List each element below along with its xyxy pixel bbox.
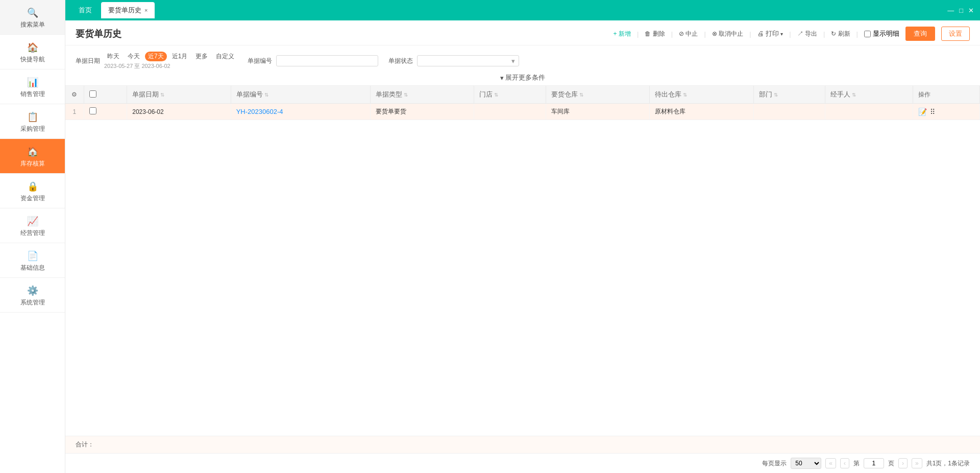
date-btn-1month[interactable]: 近1月 — [169, 52, 191, 61]
sum-label: 合计： — [76, 440, 94, 449]
th-pending-warehouse[interactable]: 待出仓库 ⇅ — [650, 86, 753, 104]
sort-icon-req-warehouse: ⇅ — [579, 92, 583, 98]
date-range-text: 2023-05-27 至 2023-06-02 — [104, 62, 237, 70]
refresh-button[interactable]: ↻ 刷新 — [831, 30, 850, 38]
per-page-select[interactable]: 50 10 20 100 — [791, 458, 821, 469]
last-page-btn[interactable]: » — [912, 458, 922, 468]
delete-button[interactable]: 🗑 删除 — [645, 30, 665, 38]
stop-button[interactable]: ⊘ 中止 — [679, 30, 698, 38]
content-area: 要货单历史 + 新增 | 🗑 删除 | ⊘ 中止 | ⊗ 取消中止 | 🖨 打印… — [65, 20, 980, 473]
doc-status-filter-group: 单据状态 ▾ — [388, 55, 519, 66]
table-body: 1 2023-06-02 YH-20230602-4 要货单要货 车间库 原材料… — [65, 104, 980, 120]
settings-button[interactable]: 设置 — [941, 27, 970, 41]
cell-index: 1 — [65, 104, 84, 120]
basic-icon: 📄 — [27, 250, 38, 262]
th-operations: 操作 — [913, 86, 980, 104]
date-btn-custom[interactable]: 自定义 — [213, 52, 237, 61]
doc-no-input[interactable] — [276, 55, 378, 66]
date-btn-yesterday[interactable]: 昨天 — [104, 52, 122, 61]
sidebar-item-system[interactable]: ⚙️ 系统管理 — [0, 278, 65, 313]
doc-status-select-wrapper: ▾ — [417, 55, 519, 66]
page-input[interactable] — [864, 458, 884, 468]
th-store[interactable]: 门店 ⇅ — [474, 86, 546, 104]
home-icon: 🏠 — [27, 42, 38, 53]
cell-doc-type: 要货单要货 — [370, 104, 474, 120]
header-actions: + 新增 | 🗑 删除 | ⊘ 中止 | ⊗ 取消中止 | 🖨 打印 ▾ | ↗… — [614, 27, 970, 41]
date-btn-more[interactable]: 更多 — [192, 52, 211, 61]
cell-dept — [753, 104, 825, 120]
cell-store — [474, 104, 546, 120]
sidebar-item-purchase[interactable]: 📋 采购管理 — [0, 104, 65, 139]
date-shortcuts: 昨天 今天 近7天 近1月 更多 自定义 2023-05-27 至 2023-0… — [104, 52, 237, 70]
show-detail-checkbox[interactable]: 显示明细 — [864, 29, 899, 38]
th-gear[interactable]: ⚙ — [65, 86, 84, 104]
new-button[interactable]: + 新增 — [614, 30, 631, 38]
expand-icon: ▾ — [500, 74, 504, 82]
print-button[interactable]: 🖨 打印 ▾ — [757, 29, 783, 38]
sort-icon-handler: ⇅ — [852, 92, 856, 98]
sidebar-item-inventory[interactable]: 🏠 库存核算 — [0, 139, 65, 174]
sidebar-item-sales[interactable]: 📊 销售管理 — [0, 69, 65, 104]
th-checkbox — [84, 86, 127, 104]
sidebar-item-finance[interactable]: 🔒 资金管理 — [0, 174, 65, 208]
tab-close-icon[interactable]: × — [144, 7, 148, 13]
th-handler[interactable]: 经手人 ⇅ — [825, 86, 913, 104]
sidebar-item-label: 快捷导航 — [20, 55, 45, 64]
search-menu-icon: 🔍 — [27, 7, 38, 18]
sort-icon-pending-warehouse: ⇅ — [683, 92, 687, 98]
sidebar-item-basic[interactable]: 📄 基础信息 — [0, 243, 65, 278]
date-filter-label: 单据日期 — [76, 57, 100, 65]
topbar-right: — □ ✕ — [947, 7, 974, 14]
doc-status-select[interactable] — [417, 55, 519, 66]
cancel-stop-button[interactable]: ⊗ 取消中止 — [712, 30, 743, 38]
export-button[interactable]: ↗ 导出 — [797, 30, 817, 38]
sidebar-item-operation[interactable]: 📈 经营管理 — [0, 208, 65, 243]
sidebar-item-quicknav[interactable]: 🏠 快捷导航 — [0, 35, 65, 69]
first-page-btn[interactable]: « — [825, 458, 836, 468]
cell-doc-no: YH-20230602-4 — [231, 104, 370, 120]
sidebar: 🔍 搜索菜单 🏠 快捷导航 📊 销售管理 📋 采购管理 🏠 库存核算 🔒 资金管… — [0, 0, 65, 473]
expand-more-button[interactable]: ▾ 展开更多条件 — [76, 73, 970, 82]
total-info: 共1页，1条记录 — [926, 459, 970, 468]
query-button[interactable]: 查询 — [905, 27, 935, 41]
sidebar-item-label: 系统管理 — [20, 298, 45, 307]
th-doc-type[interactable]: 单据类型 ⇅ — [370, 86, 474, 104]
filter-area: 单据日期 昨天 今天 近7天 近1月 更多 自定义 2023-05-27 至 2… — [65, 45, 980, 86]
sidebar-item-search[interactable]: 🔍 搜索菜单 — [0, 0, 65, 35]
doc-no-filter-group: 单据编号 — [248, 55, 378, 66]
purchase-icon: 📋 — [27, 111, 38, 123]
window-max-btn[interactable]: □ — [959, 7, 963, 14]
th-req-warehouse[interactable]: 要货仓库 ⇅ — [546, 86, 649, 104]
main-area: 首页 要货单历史 × — □ ✕ 要货单历史 + 新增 | 🗑 删除 | ⊘ 中… — [65, 0, 980, 473]
th-date[interactable]: 单据日期 ⇅ — [127, 86, 231, 104]
th-doc-no[interactable]: 单据编号 ⇅ — [231, 86, 370, 104]
inventory-icon: 🏠 — [27, 146, 38, 157]
tab-home[interactable]: 首页 — [71, 2, 99, 18]
row-checkbox[interactable] — [89, 107, 96, 114]
doc-no-label: 单据编号 — [248, 57, 272, 65]
tab-active[interactable]: 要货单历史 × — [101, 2, 155, 18]
page-header: 要货单历史 + 新增 | 🗑 删除 | ⊘ 中止 | ⊗ 取消中止 | 🖨 打印… — [65, 20, 980, 45]
prev-page-btn[interactable]: ‹ — [840, 458, 849, 468]
show-detail-input[interactable] — [864, 31, 871, 37]
print-dropdown-icon[interactable]: ▾ — [780, 31, 783, 37]
cell-pending-warehouse: 原材料仓库 — [650, 104, 753, 120]
date-btn-7days[interactable]: 近7天 — [145, 52, 167, 61]
sort-icon-date: ⇅ — [160, 92, 164, 98]
sort-icon-docno: ⇅ — [264, 92, 268, 98]
window-close-btn[interactable]: ✕ — [968, 7, 974, 14]
date-btn-today[interactable]: 今天 — [125, 52, 143, 61]
table-footer: 合计： — [65, 436, 980, 453]
data-table: ⚙ 单据日期 ⇅ 单据编号 ⇅ 单据类型 ⇅ 门店 ⇅ 要货仓库 ⇅ 待出仓库 … — [65, 86, 980, 120]
doc-no-link[interactable]: YH-20230602-4 — [236, 108, 283, 115]
next-page-btn[interactable]: › — [898, 458, 908, 468]
tab-active-label: 要货单历史 — [108, 6, 141, 15]
window-min-btn[interactable]: — — [947, 7, 954, 14]
edit-op-btn[interactable]: 📝 — [918, 108, 927, 116]
detail-op-btn[interactable]: ⠿ — [930, 108, 935, 116]
select-all-checkbox[interactable] — [89, 90, 96, 98]
th-dept[interactable]: 部门 ⇅ — [753, 86, 825, 104]
sort-icon-dept: ⇅ — [774, 92, 778, 98]
sidebar-item-label: 搜索菜单 — [20, 20, 45, 29]
table-area: ⚙ 单据日期 ⇅ 单据编号 ⇅ 单据类型 ⇅ 门店 ⇅ 要货仓库 ⇅ 待出仓库 … — [65, 86, 980, 436]
